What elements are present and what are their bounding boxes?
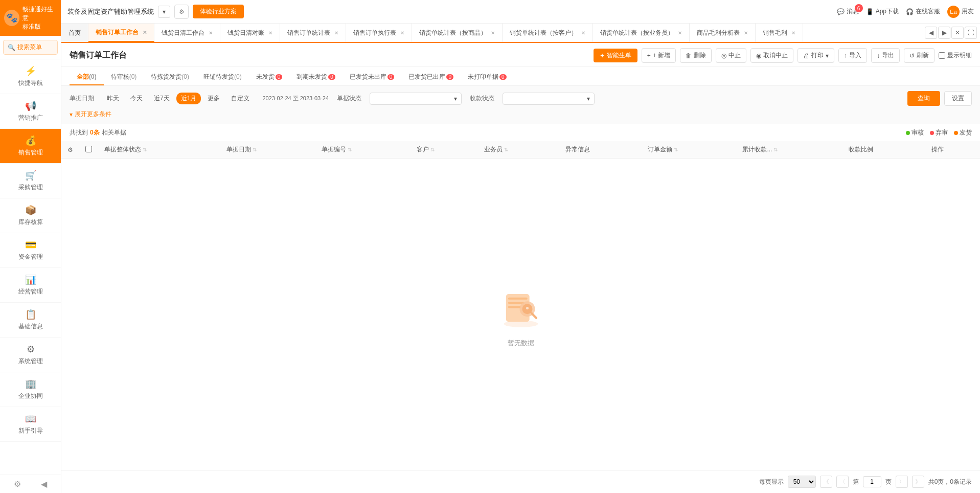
- collection-filter-select[interactable]: ▾: [503, 93, 595, 105]
- tab-close-sales-workbench[interactable]: ✕: [143, 30, 147, 35]
- tab-sales-workbench[interactable]: 销售订单工作台 ✕: [88, 24, 154, 42]
- sidebar-item-quick-nav[interactable]: ⚡ 快捷导航: [0, 59, 61, 94]
- tab-close-cash-reconcile[interactable]: ✕: [268, 30, 272, 36]
- sidebar-collapse-button[interactable]: ◀: [41, 479, 47, 489]
- sort-customer[interactable]: 客户 ⇅: [417, 145, 472, 154]
- tab-cash-daily[interactable]: 钱货日清工作台 ✕: [154, 24, 220, 42]
- sort-staff[interactable]: 业务员 ⇅: [484, 145, 553, 154]
- setup-button[interactable]: 设置: [944, 91, 972, 106]
- app-download-button[interactable]: 📱 App下载: [866, 7, 899, 16]
- ship-action[interactable]: 发货: [954, 128, 972, 137]
- tab-close-sales-profit[interactable]: ✕: [791, 30, 795, 36]
- tab-cash-reconcile[interactable]: 钱货日清对账 ✕: [220, 24, 280, 42]
- svg-point-8: [526, 307, 529, 309]
- show-detail-checkbox[interactable]: [939, 52, 945, 59]
- th-config[interactable]: ⚙: [61, 141, 79, 159]
- refresh-button[interactable]: ↺ 刷新: [904, 48, 935, 63]
- query-button[interactable]: 查询: [907, 91, 940, 106]
- sub-tab-shipped-not-out[interactable]: 已发货未出库0: [343, 70, 402, 85]
- tab-sales-profit[interactable]: 销售毛利 ✕: [756, 24, 803, 42]
- topbar-settings-button[interactable]: ⚙: [174, 5, 189, 19]
- date-last1m[interactable]: 近1月: [176, 93, 201, 104]
- tab-close-sales-by-staff[interactable]: ✕: [678, 30, 682, 36]
- sort-date[interactable]: 单据日期 ⇅: [226, 145, 309, 154]
- date-custom[interactable]: 自定义: [226, 93, 254, 104]
- tab-sales-stat[interactable]: 销售订单统计表 ✕: [280, 24, 346, 42]
- add-button[interactable]: + + 新增: [642, 48, 676, 63]
- sidebar-item-purchase[interactable]: 🛒 采购管理: [0, 164, 61, 198]
- online-service-button[interactable]: 🎧 在线客服: [906, 7, 940, 16]
- tab-fullscreen[interactable]: ⛶: [965, 27, 977, 39]
- user-menu-button[interactable]: Ea 用友: [947, 6, 974, 18]
- system-dropdown[interactable]: ▾: [158, 6, 170, 18]
- sidebar-settings-button[interactable]: ⚙: [14, 479, 21, 489]
- tab-sales-by-customer[interactable]: 销货单统计表（按客户） ✕: [503, 24, 593, 42]
- tab-scroll-next[interactable]: ▶: [938, 27, 950, 39]
- status-filter-select[interactable]: ▾: [370, 93, 462, 105]
- stop-button[interactable]: ◎ 中止: [716, 48, 746, 63]
- sort-status[interactable]: 单据整体状态 ⇅: [104, 145, 214, 154]
- pagination-prev[interactable]: 〈: [836, 476, 849, 488]
- sort-amount[interactable]: 订单金额 ⇅: [648, 145, 731, 154]
- show-detail-toggle[interactable]: 显示明细: [939, 51, 972, 60]
- expand-more-button[interactable]: ▾ 展开更多条件: [70, 110, 111, 119]
- date-more[interactable]: 更多: [203, 93, 224, 104]
- sidebar-item-guide[interactable]: 📖 新手引导: [0, 407, 61, 442]
- sub-tab-pending-review[interactable]: 待审核(0): [104, 70, 144, 85]
- tab-close-all[interactable]: ✕: [951, 27, 964, 39]
- pagination-first[interactable]: 《: [820, 476, 832, 488]
- sort-collected[interactable]: 累计收款... ⇅: [742, 145, 836, 154]
- industry-solution-button[interactable]: 体验行业方案: [193, 5, 244, 18]
- tab-sales-by-product[interactable]: 销货单统计表（按商品） ✕: [412, 24, 503, 42]
- sidebar-item-operations[interactable]: 📊 经营管理: [0, 268, 61, 303]
- sub-tab-not-shipped[interactable]: 未发货0: [249, 70, 290, 85]
- sort-number[interactable]: 单据编号 ⇅: [322, 145, 404, 154]
- search-menu-button[interactable]: 🔍 搜索菜单: [3, 40, 58, 55]
- tab-close-cash-daily[interactable]: ✕: [209, 30, 213, 36]
- tab-close-sales-by-product[interactable]: ✕: [491, 30, 495, 36]
- sidebar-item-marketing[interactable]: 📢 营销推广: [0, 94, 61, 129]
- message-button[interactable]: 💬 消息 6: [837, 7, 859, 16]
- tab-gross-profit[interactable]: 商品毛利分析表 ✕: [690, 24, 756, 42]
- sidebar-item-enterprise[interactable]: 🏢 企业协同: [0, 372, 61, 407]
- sidebar-item-sales[interactable]: 💰 销售管理: [0, 129, 61, 164]
- smart-order-button[interactable]: ✦ 智能生单: [594, 49, 637, 62]
- tab-close-sales-exec[interactable]: ✕: [400, 30, 404, 36]
- export-button[interactable]: ↓ 导出: [871, 48, 900, 63]
- date-last7[interactable]: 近7天: [149, 93, 174, 104]
- tab-sales-exec[interactable]: 销售订单执行表 ✕: [346, 24, 412, 42]
- message-badge: 6: [855, 4, 863, 12]
- page-number-input[interactable]: [863, 476, 881, 487]
- print-button[interactable]: 🖨 打印 ▾: [797, 48, 834, 63]
- tab-home[interactable]: 首页: [61, 24, 88, 42]
- pagination-next[interactable]: 〉: [896, 476, 908, 488]
- cancel-review-action[interactable]: 弃审: [930, 128, 948, 137]
- tab-sales-by-staff[interactable]: 销货单统计表（按业务员） ✕: [593, 24, 690, 42]
- import-button[interactable]: ↑ 导入: [838, 48, 867, 63]
- tab-close-sales-by-customer[interactable]: ✕: [581, 30, 585, 36]
- sidebar-item-finance[interactable]: 💳 资金管理: [0, 233, 61, 268]
- per-page-select[interactable]: 50 10 20 100: [788, 476, 816, 488]
- sub-tab-expired-not-shipped[interactable]: 到期未发货0: [289, 70, 343, 85]
- date-yesterday[interactable]: 昨天: [102, 93, 124, 104]
- sub-tab-pending-inspect[interactable]: 待拣货发货(0): [144, 70, 196, 85]
- column-config-icon[interactable]: ⚙: [67, 146, 73, 153]
- tabbar: 首页 销售订单工作台 ✕ 钱货日清工作台 ✕ 钱货日清对账 ✕ 销售订单统计表 …: [61, 24, 980, 43]
- th-checkbox[interactable]: [79, 141, 98, 159]
- cancel-stop-button[interactable]: ◉ 取消中止: [750, 48, 793, 63]
- sub-tab-not-printed[interactable]: 未打印单据0: [461, 70, 514, 85]
- sidebar-item-basic-info[interactable]: 📋 基础信息: [0, 303, 61, 338]
- sidebar-item-system[interactable]: ⚙ 系统管理: [0, 338, 61, 372]
- sub-tab-wangpu[interactable]: 旺铺待发货(0): [196, 70, 249, 85]
- delete-button[interactable]: 🗑 删除: [680, 48, 712, 63]
- date-today[interactable]: 今天: [126, 93, 147, 104]
- sub-tab-shipped-out[interactable]: 已发货已出库0: [401, 70, 461, 85]
- review-action[interactable]: 审核: [906, 128, 924, 137]
- sidebar-item-inventory[interactable]: 📦 库存核算: [0, 198, 61, 233]
- tab-scroll-prev[interactable]: ◀: [925, 27, 937, 39]
- select-all-checkbox[interactable]: [85, 146, 92, 152]
- pagination-last[interactable]: 》: [912, 476, 924, 488]
- tab-close-gross-profit[interactable]: ✕: [744, 30, 748, 36]
- tab-close-sales-stat[interactable]: ✕: [334, 30, 338, 36]
- sub-tab-all[interactable]: 全部(0): [70, 70, 104, 85]
